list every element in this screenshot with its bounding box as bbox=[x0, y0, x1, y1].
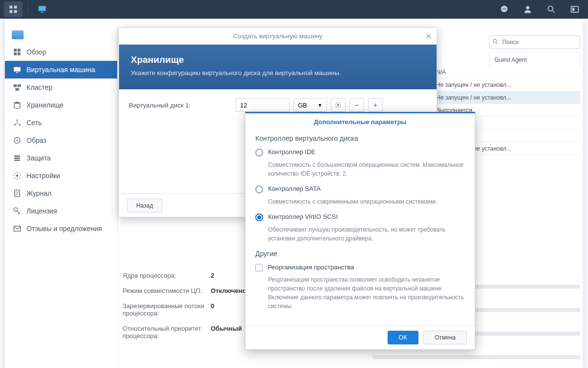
back-button[interactable]: Назад bbox=[127, 199, 162, 212]
sidebar: Обзор Виртуальная машина Кластер Хранили… bbox=[5, 27, 118, 368]
sidebar-item-label: Защита bbox=[26, 154, 51, 162]
detail-key: Относительный приоритет процессора: bbox=[122, 325, 211, 340]
section-controller-header: Контроллер виртуального диска bbox=[255, 134, 465, 142]
taskbar-user-icon[interactable] bbox=[518, 1, 537, 17]
svg-rect-16 bbox=[18, 49, 21, 52]
sidebar-item-cluster[interactable]: Кластер bbox=[5, 79, 117, 96]
detail-key: Режим совместимости ЦП: bbox=[122, 287, 211, 294]
taskbar-monitor-icon[interactable] bbox=[33, 1, 51, 17]
svg-rect-13 bbox=[571, 6, 579, 12]
radio-dot bbox=[255, 213, 263, 221]
detail-value: Обычный bbox=[211, 325, 242, 340]
banner-title: Хранилище bbox=[131, 54, 425, 65]
detail-key: Зарезервированные потоки процессора: bbox=[122, 302, 211, 317]
search-icon bbox=[492, 38, 499, 45]
radio-sata[interactable]: Контроллер SATA bbox=[255, 185, 465, 193]
svg-point-10 bbox=[526, 6, 530, 9]
sidebar-item-label: Сеть bbox=[26, 119, 42, 127]
sidebar-item-label: Лицензия bbox=[26, 207, 57, 215]
sidebar-item-image[interactable]: Образ bbox=[5, 131, 117, 149]
taskbar-chat-icon[interactable] bbox=[495, 1, 514, 17]
modal-titlebar: Создать виртуальную машину ✕ bbox=[119, 28, 437, 45]
svg-rect-32 bbox=[14, 160, 20, 161]
disk-size-input[interactable] bbox=[236, 98, 290, 112]
taskbar-apps-icon[interactable] bbox=[4, 1, 23, 17]
svg-rect-4 bbox=[39, 6, 46, 11]
app-logo bbox=[5, 27, 117, 43]
sidebar-item-feedback[interactable]: Отзывы и предложения bbox=[5, 220, 117, 237]
radio-dot bbox=[255, 185, 263, 193]
desc-sata: Совместимость с современными операционны… bbox=[268, 197, 465, 206]
svg-rect-15 bbox=[14, 49, 17, 52]
banner-subtitle: Укажите конфигурацию виртуального диска … bbox=[131, 69, 425, 77]
guest-agent-header[interactable]: Guest Agent bbox=[489, 52, 580, 67]
svg-rect-14 bbox=[572, 8, 574, 11]
svg-rect-20 bbox=[16, 72, 19, 73]
svg-rect-30 bbox=[14, 156, 20, 157]
sidebar-item-protection[interactable]: Защита bbox=[5, 149, 117, 167]
gear-button[interactable] bbox=[331, 98, 345, 112]
advanced-popover: Дополнительные параметры Контроллер вирт… bbox=[245, 112, 475, 350]
svg-point-42 bbox=[337, 104, 339, 106]
radio-virtio[interactable]: Контроллер VirtIO SCSI bbox=[255, 213, 465, 221]
svg-rect-1 bbox=[14, 6, 17, 9]
svg-rect-23 bbox=[15, 88, 19, 91]
search-box bbox=[489, 35, 580, 49]
sidebar-item-label: Обзор bbox=[26, 48, 46, 56]
add-button[interactable]: + bbox=[368, 98, 383, 112]
svg-rect-2 bbox=[10, 10, 13, 13]
sidebar-item-overview[interactable]: Обзор bbox=[5, 43, 117, 61]
svg-point-29 bbox=[17, 140, 18, 141]
radio-ide[interactable]: Контроллер IDE bbox=[255, 148, 465, 157]
disk-unit-select[interactable]: GB▼ bbox=[294, 98, 327, 112]
taskbar-search-icon[interactable] bbox=[542, 1, 561, 17]
popover-title: Дополнительные параметры bbox=[245, 113, 475, 132]
section-other-header: Другие bbox=[255, 250, 465, 258]
chevron-down-icon: ▼ bbox=[318, 103, 322, 108]
sidebar-item-label: Хранилище bbox=[26, 101, 64, 109]
detail-value: 0 bbox=[211, 302, 214, 317]
desc-ide: Совместимость с большинством операционны… bbox=[268, 160, 465, 178]
popover-footer: OK Отмена bbox=[245, 325, 475, 349]
sidebar-item-vm[interactable]: Виртуальная машина bbox=[5, 61, 117, 79]
svg-point-40 bbox=[493, 39, 496, 43]
svg-point-9 bbox=[505, 8, 506, 9]
radio-dot bbox=[255, 149, 263, 157]
detail-key: Ядра процессора: bbox=[122, 272, 211, 279]
search-input[interactable] bbox=[489, 35, 580, 49]
sidebar-item-storage[interactable]: Хранилище bbox=[5, 96, 117, 114]
taskbar bbox=[0, 0, 588, 19]
svg-rect-0 bbox=[10, 6, 13, 9]
sidebar-item-label: Отзывы и предложения bbox=[26, 225, 102, 233]
sidebar-item-label: Журнал bbox=[26, 189, 51, 197]
close-icon[interactable]: ✕ bbox=[425, 32, 432, 41]
svg-rect-22 bbox=[18, 84, 21, 87]
svg-rect-21 bbox=[14, 84, 17, 87]
svg-point-25 bbox=[17, 119, 18, 121]
sidebar-item-label: Настройки bbox=[26, 172, 60, 180]
svg-rect-18 bbox=[18, 53, 21, 55]
desc-space: Реорганизация пространства позволяет осв… bbox=[268, 275, 465, 311]
detail-value: Отключено bbox=[211, 287, 246, 294]
svg-point-33 bbox=[16, 175, 19, 177]
svg-rect-3 bbox=[14, 10, 17, 13]
cancel-button[interactable]: Отмена bbox=[423, 331, 467, 344]
sidebar-item-label: Кластер bbox=[26, 83, 52, 91]
sidebar-item-network[interactable]: Сеть bbox=[5, 114, 117, 131]
svg-point-8 bbox=[504, 8, 505, 9]
svg-point-7 bbox=[503, 8, 504, 9]
sidebar-item-label: Образ bbox=[26, 136, 47, 144]
ok-button[interactable]: OK bbox=[388, 331, 418, 344]
taskbar-separator bbox=[27, 1, 28, 13]
taskbar-panel-icon[interactable] bbox=[565, 1, 584, 17]
usage-bar bbox=[372, 355, 580, 359]
sidebar-item-settings[interactable]: Настройки bbox=[5, 167, 117, 184]
sidebar-item-license[interactable]: Лицензия bbox=[5, 202, 117, 220]
modal-title-text: Создать виртуальную машину bbox=[233, 32, 323, 40]
sidebar-item-label: Виртуальная машина bbox=[26, 66, 95, 74]
svg-line-41 bbox=[496, 43, 498, 44]
sidebar-item-log[interactable]: Журнал bbox=[5, 184, 117, 202]
modal-banner: Хранилище Укажите конфигурацию виртуальн… bbox=[119, 45, 437, 89]
checkbox-space[interactable]: Реорганизация пространства bbox=[255, 263, 465, 271]
remove-button[interactable]: − bbox=[349, 98, 364, 112]
